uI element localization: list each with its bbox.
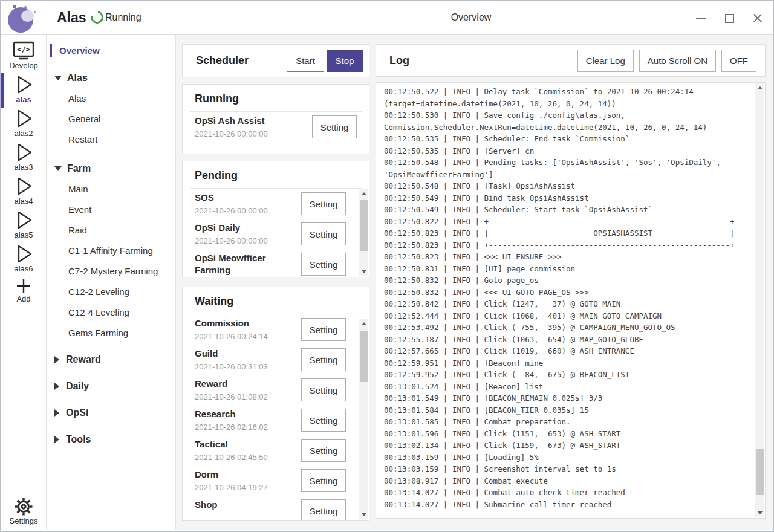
nav-subitem-general[interactable]: General: [47, 109, 175, 129]
task-row: Research 2021-10-26 02:16:02 Setting: [195, 408, 346, 438]
nav-menu: Overview Alas Alas General Restart Farm …: [47, 35, 176, 530]
scroll-up-icon[interactable]: [359, 189, 368, 198]
rail-item-alas5[interactable]: alas5: [1, 210, 47, 239]
log-title: Log: [389, 54, 577, 67]
nav-section-label: OpSi: [66, 407, 88, 418]
nav-item-label: Overview: [59, 45, 100, 56]
stop-button[interactable]: Stop: [327, 50, 363, 72]
rail-item-label: alas: [1, 95, 47, 104]
scrollbar-thumb[interactable]: [756, 449, 764, 495]
log-panel-header: Log Clear Log Auto Scroll ON OFF: [376, 44, 766, 77]
clear-log-button[interactable]: Clear Log: [577, 50, 634, 72]
rail-item-label: alas5: [1, 230, 47, 239]
scrollbar-thumb[interactable]: [360, 200, 368, 251]
develop-monitor-icon: </>: [11, 41, 36, 61]
close-button[interactable]: [752, 13, 763, 24]
nav-subitem-alas[interactable]: Alas: [47, 88, 175, 109]
task-next-run-time: 2021-10-26 00:00:00: [195, 206, 301, 215]
nav-section-tools[interactable]: Tools: [47, 429, 175, 450]
waiting-scrollbar[interactable]: [359, 319, 368, 519]
nav-section-opsi[interactable]: OpSi: [47, 403, 175, 423]
nav-section-reward[interactable]: Reward: [47, 349, 175, 370]
log-scrollbar[interactable]: [755, 83, 764, 517]
task-next-run-time: 2021-10-26 00:00:00: [195, 236, 301, 245]
task-info: Reward 2021-10-26 01:08:02: [195, 378, 301, 408]
nav-subitem-gems-farming[interactable]: Gems Farming: [47, 323, 175, 343]
triangle-down-icon: [54, 166, 62, 171]
task-row: Tactical 2021-10-26 02:45:50 Setting: [195, 438, 346, 469]
rail-item-alas2[interactable]: alas2: [1, 108, 47, 138]
running-task-list: OpSi Ash Assist 2021-10-26 00:00:00 Sett…: [183, 112, 369, 154]
gear-icon: [14, 497, 33, 516]
nav-item-overview[interactable]: Overview: [47, 42, 175, 59]
nav-subitem-c12-4-leveling[interactable]: C12-4 Leveling: [47, 302, 175, 323]
scroll-up-icon[interactable]: [359, 319, 368, 328]
log-output-panel[interactable]: 00:12:50.522 | INFO | Delay task `Commis…: [376, 82, 766, 519]
nav-subitem-raid[interactable]: Raid: [47, 220, 175, 241]
triangle-right-icon: [54, 356, 59, 363]
scroll-down-icon[interactable]: [755, 508, 764, 517]
rail-item-label: Add: [1, 294, 47, 303]
task-row: Reward 2021-10-26 01:08:02 Setting: [195, 378, 346, 408]
task-info: Research 2021-10-26 02:16:02: [195, 408, 301, 438]
nav-subitem-restart[interactable]: Restart: [47, 129, 175, 150]
waiting-task-list[interactable]: Commission 2021-10-26 00:24:14 Setting G…: [183, 314, 369, 520]
play-icon: [13, 74, 34, 95]
maximize-icon: [725, 14, 734, 23]
setting-button[interactable]: Setting: [301, 222, 346, 245]
nav-section-alas[interactable]: Alas: [47, 68, 175, 88]
task-row: SOS 2021-10-26 00:00:00 Setting: [195, 192, 346, 222]
rail-item-add[interactable]: Add: [1, 277, 47, 303]
rail-item-alas6[interactable]: alas6: [1, 244, 47, 273]
scroll-down-icon[interactable]: [359, 510, 368, 519]
nav-subitem-c7-2-mystery-farming[interactable]: C7-2 Mystery Farming: [47, 261, 175, 282]
autoscroll-on-button[interactable]: Auto Scroll ON: [639, 50, 716, 72]
setting-button[interactable]: Setting: [301, 378, 346, 401]
svg-text:</>: </>: [17, 45, 30, 54]
task-name: Shop: [195, 499, 301, 511]
nav-subitem-c12-2-leveling[interactable]: C12-2 Leveling: [47, 282, 175, 302]
pending-task-list[interactable]: SOS 2021-10-26 00:00:00 Setting OpSi Dai…: [183, 189, 369, 277]
setting-button[interactable]: Setting: [301, 409, 346, 432]
pending-scrollbar[interactable]: [359, 189, 368, 276]
minimize-button[interactable]: [695, 13, 706, 24]
nav-section-farm[interactable]: Farm: [47, 158, 175, 179]
setting-button[interactable]: Setting: [301, 253, 346, 276]
active-instance-indicator: [1, 73, 4, 108]
setting-button[interactable]: Setting: [301, 469, 346, 492]
setting-button[interactable]: Setting: [312, 115, 357, 138]
setting-button[interactable]: Setting: [301, 192, 346, 215]
task-name: Commission: [195, 317, 301, 329]
rail-item-alas3[interactable]: alas3: [1, 142, 47, 172]
rail-item-alas[interactable]: alas: [1, 74, 47, 104]
pending-group: Pending SOS 2021-10-26 00:00:00 Setting …: [182, 161, 369, 277]
maximize-button[interactable]: [724, 13, 735, 24]
task-next-run-time: 2021-10-26 02:45:50: [195, 453, 301, 462]
nav-subitem-event[interactable]: Event: [47, 199, 175, 220]
task-next-run-time: 2021-10-26 02:16:02: [195, 423, 301, 432]
scroll-up-icon[interactable]: [755, 83, 764, 92]
main-content: Scheduler Start Stop Running OpSi Ash As…: [176, 35, 773, 530]
rail-item-label: alas3: [1, 163, 47, 172]
plus-icon: [15, 277, 32, 294]
nav-section-daily[interactable]: Daily: [47, 376, 175, 397]
task-info: Dorm 2021-10-26 04:19:27: [195, 469, 301, 499]
setting-button[interactable]: Setting: [301, 439, 346, 462]
triangle-down-icon: [54, 76, 62, 80]
scroll-down-icon[interactable]: [359, 267, 368, 276]
status-label: Running: [105, 12, 141, 23]
setting-button[interactable]: Setting: [301, 348, 346, 371]
rail-item-alas4[interactable]: alas4: [1, 176, 47, 206]
scrollbar-thumb[interactable]: [360, 331, 368, 382]
autoscroll-off-button[interactable]: OFF: [721, 50, 756, 72]
rail-item-develop[interactable]: </> Develop: [1, 41, 47, 70]
setting-button[interactable]: Setting: [301, 318, 346, 341]
setting-button[interactable]: Setting: [301, 499, 346, 520]
start-button[interactable]: Start: [287, 50, 324, 72]
task-info: OpSi Daily 2021-10-26 00:00:00: [195, 222, 301, 252]
rail-item-settings[interactable]: Settings: [1, 491, 47, 530]
nav-subitem-c1-1-affinity-farming[interactable]: C1-1 Affinity Farming: [47, 241, 175, 261]
nav-subitem-main[interactable]: Main: [47, 179, 175, 199]
task-name: Reward: [195, 378, 301, 390]
nav-section-label: Daily: [66, 381, 89, 392]
